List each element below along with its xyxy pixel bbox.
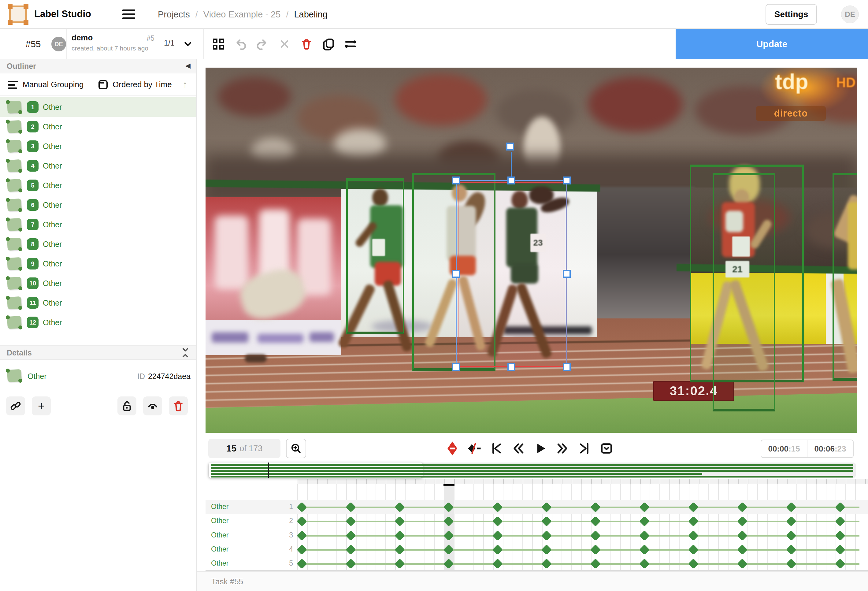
keyframe-diamond[interactable] xyxy=(688,516,698,526)
keyframe-diamond[interactable] xyxy=(443,530,454,541)
keyframe-diamond[interactable] xyxy=(835,558,845,569)
keyframe-diamond[interactable] xyxy=(492,516,503,526)
keyframe-diamond[interactable] xyxy=(541,530,552,541)
breadcrumb-item[interactable]: Video Example - 25 xyxy=(204,9,281,19)
remove-keyframe-icon[interactable] xyxy=(445,440,460,457)
keyframe-diamond[interactable] xyxy=(443,516,454,526)
resize-handle-sw[interactable] xyxy=(452,363,460,371)
timeline-row-label[interactable]: Other xyxy=(211,517,229,525)
keyframe-grid[interactable]: Other1Other2Other3Other4Other5 xyxy=(205,484,868,571)
keyframe-diamond[interactable] xyxy=(835,502,845,513)
keyframe-diamond[interactable] xyxy=(443,545,454,555)
chevron-down-icon[interactable] xyxy=(181,37,195,52)
skip-to-end-icon[interactable] xyxy=(577,440,592,457)
timeline-row-label[interactable]: Other xyxy=(211,559,229,567)
keyframe-diamond[interactable] xyxy=(541,516,552,526)
reject-x-icon[interactable] xyxy=(278,37,291,51)
rotation-handle[interactable] xyxy=(506,143,514,151)
timeline-row[interactable]: Other4 xyxy=(205,543,868,557)
resize-handle-nw[interactable] xyxy=(452,176,460,185)
region-bbox-1[interactable] xyxy=(346,178,404,334)
step-backward-icon[interactable] xyxy=(511,440,526,457)
timeline-row-label[interactable]: Other xyxy=(211,545,229,553)
keyframe-diamond[interactable] xyxy=(590,502,601,513)
outliner-region-row[interactable]: 10Other xyxy=(0,273,196,293)
keyframe-diamond[interactable] xyxy=(443,502,454,513)
outliner-region-row[interactable]: 6Other xyxy=(0,195,196,215)
outliner-region-row[interactable]: 8Other xyxy=(0,234,196,254)
keyframe-diamond[interactable] xyxy=(443,558,454,569)
keyframe-diamond[interactable] xyxy=(345,516,356,526)
grouping-button[interactable]: Manual Grouping xyxy=(23,80,84,89)
outliner-region-row[interactable]: 11Other xyxy=(0,293,196,313)
resize-handle-se[interactable] xyxy=(563,363,571,371)
resize-handle-w[interactable] xyxy=(452,270,460,278)
annotator-avatar[interactable]: DE xyxy=(52,37,66,52)
region-bbox-6[interactable] xyxy=(833,173,857,381)
play-icon[interactable] xyxy=(533,440,548,457)
keyframe-diamond[interactable] xyxy=(786,545,796,555)
keyframe-diamond[interactable] xyxy=(835,516,845,526)
settings-sliders-icon[interactable] xyxy=(344,37,357,51)
settings-button[interactable]: Settings xyxy=(766,4,817,25)
keyframe-diamond[interactable] xyxy=(394,545,405,555)
keyframe-diamond[interactable] xyxy=(394,558,405,569)
keyframe-diamond[interactable] xyxy=(737,558,747,569)
update-button[interactable]: Update xyxy=(676,29,868,59)
selected-region-row[interactable]: Other ID224742daea xyxy=(0,360,196,393)
outliner-region-row[interactable]: 4Other xyxy=(0,156,196,176)
keyframe-diamond[interactable] xyxy=(541,545,552,555)
collapse-timeline-icon[interactable] xyxy=(599,440,614,457)
keyframe-diamond[interactable] xyxy=(590,516,601,526)
region-bbox-5[interactable] xyxy=(713,173,775,411)
hamburger-menu-icon[interactable] xyxy=(123,9,135,19)
keyframe-diamond[interactable] xyxy=(835,530,845,541)
keyframe-diamond[interactable] xyxy=(297,558,307,569)
keyframe-diamond[interactable] xyxy=(297,516,307,526)
outliner-region-row[interactable]: 9Other xyxy=(0,254,196,273)
keyframe-diamond[interactable] xyxy=(786,516,796,526)
keyframe-diamond[interactable] xyxy=(345,530,356,541)
outliner-region-row[interactable]: 1Other xyxy=(0,97,196,117)
keyframe-diamond[interactable] xyxy=(639,502,650,513)
keyframe-diamond[interactable] xyxy=(688,530,698,541)
keyframe-diamond[interactable] xyxy=(345,558,356,569)
selected-region-bbox[interactable] xyxy=(456,180,567,367)
outliner-region-row[interactable]: 2Other xyxy=(0,117,196,136)
resize-handle-s[interactable] xyxy=(508,363,515,371)
keyframe-diamond[interactable] xyxy=(345,502,356,513)
outliner-region-row[interactable]: 12Other xyxy=(0,313,196,332)
timeline-overview-bar[interactable] xyxy=(208,462,856,478)
collapse-panel-icon[interactable]: ◀ xyxy=(185,62,190,70)
ordering-button[interactable]: Ordered by Time xyxy=(112,80,172,89)
keyframe-diamond[interactable] xyxy=(590,530,601,541)
keyframe-diamond[interactable] xyxy=(394,530,405,541)
outliner-region-row[interactable]: 5Other xyxy=(0,176,196,195)
current-frame-marker[interactable] xyxy=(443,484,455,486)
timeline-row[interactable]: Other5 xyxy=(205,557,868,571)
keyframe-diamond[interactable] xyxy=(786,502,796,513)
keyframe-diamond[interactable] xyxy=(639,530,650,541)
keyframe-diamond[interactable] xyxy=(590,545,601,555)
keyframe-diamond[interactable] xyxy=(639,516,650,526)
keyframe-diamond[interactable] xyxy=(492,558,503,569)
redo-icon[interactable] xyxy=(256,37,269,51)
add-relation-button[interactable]: + xyxy=(32,396,51,415)
keyframe-diamond[interactable] xyxy=(737,545,747,555)
duplicate-copy-icon[interactable] xyxy=(322,37,335,51)
keyframe-diamond[interactable] xyxy=(492,545,503,555)
frame-ruler[interactable] xyxy=(298,479,868,484)
breadcrumb-item[interactable]: Projects xyxy=(158,9,190,19)
zoom-magnifier-button[interactable] xyxy=(286,439,306,458)
label-studio-logo-icon[interactable] xyxy=(9,6,27,23)
lock-region-button[interactable] xyxy=(117,396,136,415)
resize-handle-n[interactable] xyxy=(508,176,515,185)
keyframe-diamond[interactable] xyxy=(297,502,307,513)
video-canvas[interactable]: 23 21 31:02.4 tdp HD directo xyxy=(205,68,857,433)
keyframe-diamond[interactable] xyxy=(297,545,307,555)
keyframe-diamond[interactable] xyxy=(492,502,503,513)
resize-handle-e[interactable] xyxy=(563,270,571,278)
keyframe-diamond[interactable] xyxy=(786,530,796,541)
undo-icon[interactable] xyxy=(234,37,247,51)
frame-counter[interactable]: 15 of 173 xyxy=(208,439,280,458)
